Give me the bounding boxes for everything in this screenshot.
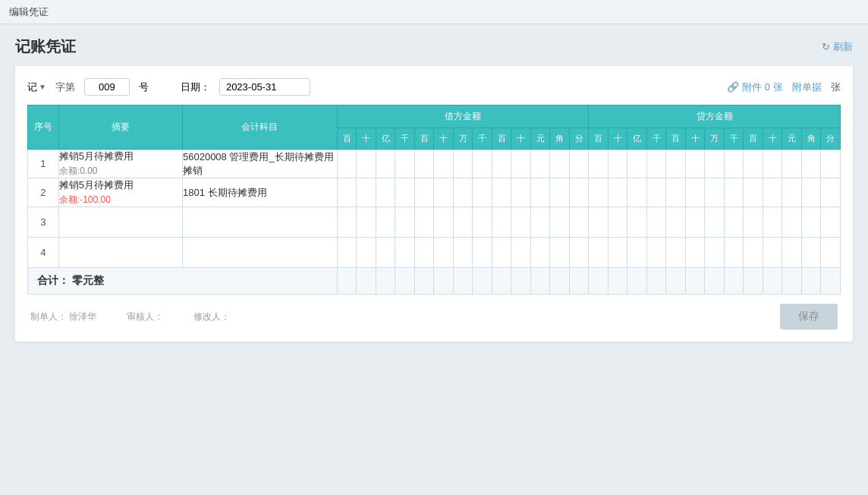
account-cell-2[interactable]: 1801 长期待摊费用 xyxy=(182,178,337,207)
account-cell-3[interactable] xyxy=(182,207,337,238)
debit-d9-r2[interactable] xyxy=(492,178,511,207)
credit-d2-r2[interactable] xyxy=(608,178,627,207)
debit-char-7: 万 xyxy=(453,128,473,150)
credit-d1-r2[interactable] xyxy=(589,178,609,207)
debit-d7-r2[interactable] xyxy=(453,178,473,207)
credit-d8-r1[interactable] xyxy=(724,150,744,178)
table-row: 4 xyxy=(28,238,841,268)
credit-d6-r2[interactable] xyxy=(685,178,705,207)
credit-d4-r2[interactable] xyxy=(646,178,666,207)
voucher-type-select[interactable]: 记 ▼ xyxy=(27,80,46,94)
debit-d12-r2[interactable] xyxy=(550,178,570,207)
credit-char-7: 万 xyxy=(705,128,725,150)
credit-d2-r1[interactable] xyxy=(608,150,627,178)
refresh-button[interactable]: ↻ 刷新 xyxy=(822,40,853,54)
debit-d9-r1[interactable] xyxy=(492,150,511,178)
attachment-sheets: 张 xyxy=(831,80,841,94)
date-label: 日期： xyxy=(181,80,210,94)
table-row: 2 摊销5月待摊费用 余额:-100.00 1801 长期待摊费用 xyxy=(28,178,841,207)
attachment-single-link[interactable]: 附单据 xyxy=(792,80,822,94)
credit-d10-r1[interactable] xyxy=(763,150,782,178)
debit-d3-r1[interactable] xyxy=(376,150,395,178)
th-seq: 序号 xyxy=(28,106,59,150)
credit-d12-r1[interactable] xyxy=(801,150,821,178)
form-row: 记 ▼ 字第 号 日期： 🔗 附件 0 张 附单据 张 xyxy=(27,78,841,96)
creator-info: 制单人： 徐泽华 xyxy=(30,311,96,323)
window-title: 编辑凭证 xyxy=(9,5,49,19)
voucher-table: 序号 摘要 会计科目 借方金额 贷方金额 百 十 亿 千 百 十 万 xyxy=(27,105,841,295)
window-body: 记账凭证 ↻ 刷新 记 ▼ 字第 号 日期： 🔗 附件 0 张 xyxy=(0,24,868,495)
credit-char-12: 角 xyxy=(801,128,821,150)
summary-cell-3[interactable] xyxy=(58,207,182,238)
debit-d10-r1[interactable] xyxy=(511,150,531,178)
footer-info: 制单人： 徐泽华 审核人： 修改人： xyxy=(30,311,230,323)
debit-char-9: 百 xyxy=(492,128,511,150)
debit-d6-r2[interactable] xyxy=(434,178,454,207)
debit-d8-r1[interactable] xyxy=(473,150,492,178)
table-row: 1 摊销5月待摊费用 余额:0.00 56020008 管理费用_长期待摊费用摊… xyxy=(28,150,841,178)
credit-d3-r2[interactable] xyxy=(627,178,647,207)
credit-char-9: 百 xyxy=(744,128,763,150)
debit-d13-r2[interactable] xyxy=(569,178,589,207)
attachment-link[interactable]: 🔗 附件 0 张 xyxy=(727,80,783,94)
debit-d11-r1[interactable] xyxy=(530,150,550,178)
debit-d2-r2[interactable] xyxy=(357,178,376,207)
seq-cell-2: 2 xyxy=(28,178,59,207)
credit-d10-r2[interactable] xyxy=(763,178,782,207)
total-row: 合计： 零元整 xyxy=(28,268,841,295)
total-value: 零元整 xyxy=(72,274,104,286)
credit-d9-r2[interactable] xyxy=(744,178,763,207)
account-cell-1[interactable]: 56020008 管理费用_长期待摊费用摊销 xyxy=(182,150,337,178)
debit-d8-r2[interactable] xyxy=(473,178,492,207)
summary-cell-1[interactable]: 摊销5月待摊费用 余额:0.00 xyxy=(58,150,182,178)
refresh-icon: ↻ xyxy=(822,41,830,52)
credit-d3-r1[interactable] xyxy=(627,150,647,178)
credit-char-6: 十 xyxy=(685,128,705,150)
credit-d11-r2[interactable] xyxy=(782,178,802,207)
modifier-label: 修改人： xyxy=(193,311,230,322)
credit-d5-r1[interactable] xyxy=(666,150,686,178)
debit-d4-r1[interactable] xyxy=(395,150,415,178)
seq-cell-3: 3 xyxy=(28,207,59,238)
dropdown-arrow-icon: ▼ xyxy=(39,83,46,91)
debit-d1-r2[interactable] xyxy=(337,178,357,207)
credit-d13-r2[interactable] xyxy=(821,178,841,207)
credit-d7-r2[interactable] xyxy=(705,178,725,207)
summary-cell-2[interactable]: 摊销5月待摊费用 余额:-100.00 xyxy=(58,178,182,207)
debit-d1-r1[interactable] xyxy=(337,150,357,178)
debit-char-5: 百 xyxy=(414,128,434,150)
balance-text-2: 余额:-100.00 xyxy=(59,194,182,207)
debit-d5-r2[interactable] xyxy=(414,178,434,207)
credit-d4-r1[interactable] xyxy=(646,150,666,178)
reviewer-label: 审核人： xyxy=(127,311,163,322)
debit-char-10: 十 xyxy=(511,128,531,150)
debit-char-2: 十 xyxy=(357,128,376,150)
debit-d13-r1[interactable] xyxy=(569,150,589,178)
save-button[interactable]: 保存 xyxy=(780,304,838,329)
debit-d5-r1[interactable] xyxy=(414,150,434,178)
credit-d12-r2[interactable] xyxy=(801,178,821,207)
voucher-number-input[interactable] xyxy=(84,78,130,96)
credit-d13-r1[interactable] xyxy=(821,150,841,178)
credit-d9-r1[interactable] xyxy=(744,150,763,178)
credit-d1-r1[interactable] xyxy=(589,150,609,178)
date-input[interactable] xyxy=(219,78,310,96)
credit-d6-r1[interactable] xyxy=(685,150,705,178)
debit-d11-r2[interactable] xyxy=(530,178,550,207)
credit-char-3: 亿 xyxy=(627,128,647,150)
debit-d2-r1[interactable] xyxy=(357,150,376,178)
debit-d4-r2[interactable] xyxy=(395,178,415,207)
credit-d7-r1[interactable] xyxy=(705,150,725,178)
summary-cell-4[interactable] xyxy=(58,238,182,268)
debit-d3-r2[interactable] xyxy=(376,178,395,207)
credit-char-8: 千 xyxy=(724,128,744,150)
debit-d7-r1[interactable] xyxy=(453,150,473,178)
debit-d12-r1[interactable] xyxy=(550,150,570,178)
account-cell-4[interactable] xyxy=(182,238,337,268)
debit-char-11: 元 xyxy=(530,128,550,150)
credit-d8-r2[interactable] xyxy=(724,178,744,207)
credit-d5-r2[interactable] xyxy=(666,178,686,207)
debit-d6-r1[interactable] xyxy=(434,150,454,178)
credit-d11-r1[interactable] xyxy=(782,150,802,178)
debit-d10-r2[interactable] xyxy=(511,178,531,207)
